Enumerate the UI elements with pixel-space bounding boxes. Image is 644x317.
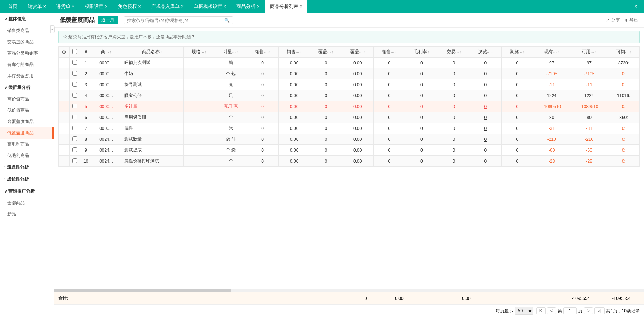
th-current-stock[interactable]: 现有...↕	[533, 47, 570, 58]
sidebar-item-stocked-goods[interactable]: 有库存的商品	[0, 59, 54, 70]
th-settings[interactable]: ⚙	[59, 47, 70, 58]
sidebar-item-all-goods[interactable]: 全部商品	[0, 197, 54, 209]
td-view1[interactable]: 0	[470, 123, 501, 134]
nav-sales[interactable]: 销货单 ×	[23, 0, 51, 13]
nav-product-analysis-list[interactable]: 商品分析列表 ×	[265, 0, 307, 13]
settings-icon[interactable]: ⚙	[62, 49, 66, 55]
first-page-button[interactable]: K	[536, 307, 546, 314]
td-checkbox[interactable]	[70, 145, 80, 156]
share-button[interactable]: ↗ 分享	[606, 17, 620, 23]
sidebar-item-high-coverage[interactable]: 高覆盖度商品	[0, 116, 54, 127]
th-saleable[interactable]: 可销...↕	[608, 47, 639, 58]
td-checkbox[interactable]	[70, 112, 80, 123]
th-checkbox[interactable]	[70, 47, 80, 58]
th-sales-amt[interactable]: 销售...↕	[278, 47, 310, 58]
td-spec	[183, 123, 215, 134]
td-view1[interactable]: 0	[470, 58, 501, 68]
sidebar-item-low-coverage[interactable]: 低覆盖度商品	[0, 127, 54, 139]
page-input[interactable]	[564, 307, 577, 314]
sidebar-item-low-value[interactable]: 低价值商品	[0, 105, 54, 116]
row-checkbox[interactable]	[72, 104, 77, 108]
prev-page-button[interactable]: <	[547, 307, 556, 314]
td-checkbox[interactable]	[70, 79, 80, 90]
td-checkbox[interactable]	[70, 101, 80, 112]
scroll-thumb[interactable]	[54, 289, 231, 292]
search-input[interactable]	[127, 18, 223, 23]
nav-permissions[interactable]: 权限设置 ×	[79, 0, 113, 13]
th-trade[interactable]: 交易...↕	[438, 47, 470, 58]
time-filter-button[interactable]: 近一月	[98, 16, 118, 24]
row-checkbox[interactable]	[72, 115, 77, 119]
th-gross[interactable]: 毛利率↕	[405, 47, 438, 58]
th-sales-qty[interactable]: 销售...↕	[247, 47, 278, 58]
nav-home[interactable]: 首页	[3, 0, 23, 13]
td-view1[interactable]: 0	[470, 79, 501, 90]
row-checkbox[interactable]	[72, 82, 77, 87]
last-page-button[interactable]: >|	[594, 307, 605, 314]
select-all-checkbox[interactable]	[72, 49, 77, 54]
th-spec[interactable]: 规格...↕	[183, 47, 215, 58]
td-view1[interactable]: 0	[470, 112, 501, 123]
sidebar-item-high-margin[interactable]: 高毛利商品	[0, 139, 54, 150]
td-checkbox[interactable]	[70, 123, 80, 134]
sidebar-section-overall[interactable]: ∨ 整体信息	[0, 13, 54, 25]
sidebar-item-low-margin[interactable]: 低毛利商品	[0, 150, 54, 161]
td-sales3: 0	[373, 134, 405, 145]
search-icon[interactable]: 🔍	[224, 18, 230, 23]
sidebar-section-growth[interactable]: › 成长性分析	[0, 173, 54, 185]
sidebar-item-high-value[interactable]: 高价值商品	[0, 94, 54, 105]
row-checkbox[interactable]	[72, 93, 77, 98]
td-view1[interactable]: 0	[470, 145, 501, 156]
th-name[interactable]: 商品名称↕	[121, 47, 183, 58]
td-view1[interactable]: 0	[470, 156, 501, 167]
td-no: 1	[80, 58, 91, 68]
row-checkbox[interactable]	[72, 71, 77, 76]
td-checkbox[interactable]	[70, 90, 80, 101]
td-view1[interactable]: 0	[470, 134, 501, 145]
th-view1[interactable]: 浏览...↕	[470, 47, 501, 58]
th-available-stock[interactable]: 可用...↕	[570, 47, 608, 58]
td-sales-qty: 0	[247, 90, 278, 101]
close-button[interactable]: ×	[631, 3, 641, 10]
export-button[interactable]: ⬇ 导出	[624, 17, 638, 23]
td-view1[interactable]: 0	[470, 90, 501, 101]
row-checkbox[interactable]	[72, 60, 77, 65]
nav-template-settings[interactable]: 单据模板设置 ×	[189, 0, 231, 13]
row-checkbox[interactable]	[72, 147, 77, 152]
sidebar-section-cluster[interactable]: ∨ 类群量分析	[0, 82, 54, 94]
sidebar-item-sales-goods[interactable]: 销售类商品	[0, 25, 54, 36]
sidebar-section-liquidity[interactable]: › 流通性分析	[0, 161, 54, 173]
th-view2[interactable]: 浏览...↕	[501, 47, 533, 58]
td-checkbox[interactable]	[70, 156, 80, 167]
total-current-stock: -1095554	[562, 296, 599, 301]
td-available-stock: -1089510	[570, 101, 608, 112]
th-unit[interactable]: 计量...↕	[215, 47, 247, 58]
table-container[interactable]: ⚙ # 商...↕ 商品名称↕ 规格...↕ 计量...↕ 销售...↕ 销售.…	[54, 46, 644, 289]
sidebar-item-stock-capital[interactable]: 库存资金占用	[0, 70, 54, 82]
th-cover2[interactable]: 覆盖...↕	[342, 47, 373, 58]
td-checkbox[interactable]	[70, 68, 80, 79]
sidebar-item-category-rate[interactable]: 商品分类动销率	[0, 48, 54, 59]
sidebar-item-new-goods[interactable]: 新品	[0, 209, 54, 220]
td-checkbox[interactable]	[70, 58, 80, 68]
td-checkbox[interactable]	[70, 134, 80, 145]
sidebar-section-marketing[interactable]: ∨ 营销推广分析	[0, 185, 54, 197]
sidebar-collapse-button[interactable]: «	[50, 25, 55, 33]
nav-product-entry[interactable]: 产成品入库单 ×	[146, 0, 189, 13]
td-sales3: 0	[373, 123, 405, 134]
nav-roles[interactable]: 角色授权 ×	[113, 0, 146, 13]
page-size-select[interactable]: 20 50 100	[515, 307, 533, 315]
next-page-button[interactable]: >	[584, 307, 593, 314]
horizontal-scrollbar[interactable]	[54, 289, 644, 292]
th-sales3[interactable]: 销售...↕	[373, 47, 405, 58]
nav-product-analysis[interactable]: 商品分析 ×	[231, 0, 264, 13]
th-code[interactable]: 商...↕	[91, 47, 121, 58]
nav-purchase[interactable]: 进货单 ×	[51, 0, 79, 13]
sidebar-item-traded-goods[interactable]: 交易过的商品	[0, 36, 54, 48]
row-checkbox[interactable]	[72, 158, 77, 163]
td-view1[interactable]: 0	[470, 101, 501, 112]
row-checkbox[interactable]	[72, 126, 77, 130]
th-cover1[interactable]: 覆盖...↕	[310, 47, 342, 58]
row-checkbox[interactable]	[72, 136, 77, 141]
td-view1[interactable]: 0	[470, 68, 501, 79]
